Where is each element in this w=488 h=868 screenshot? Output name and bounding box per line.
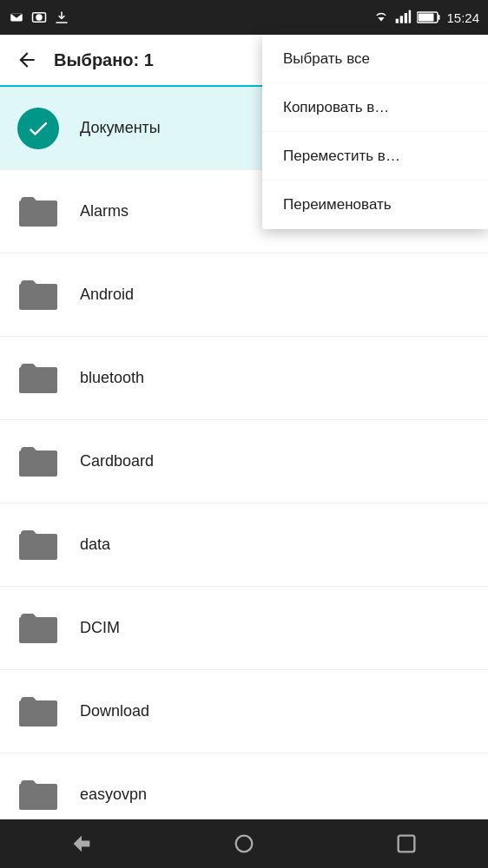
- list-item[interactable]: bluetooth: [0, 337, 488, 420]
- back-nav-button[interactable]: [60, 822, 103, 865]
- file-name: Alarms: [80, 202, 129, 220]
- menu-item-select-all[interactable]: Выбрать все: [262, 35, 488, 83]
- notification-icon: [9, 10, 24, 25]
- svg-marker-4: [379, 17, 386, 22]
- folder-icon: [17, 610, 59, 647]
- list-item[interactable]: DCIM: [0, 587, 488, 670]
- context-menu: Выбрать все Копировать в… Переместить в……: [262, 35, 488, 229]
- menu-item-rename[interactable]: Переименовать: [262, 181, 488, 229]
- file-name: bluetooth: [80, 369, 144, 387]
- status-bar: 15:24: [0, 0, 488, 35]
- folder-icon: [17, 194, 59, 230]
- list-item[interactable]: Android: [0, 253, 488, 337]
- folder-icon: [17, 360, 59, 397]
- menu-item-move-to[interactable]: Переместить в…: [262, 132, 488, 181]
- folder-icon-wrap: [14, 521, 63, 569]
- svg-marker-12: [73, 836, 89, 852]
- svg-rect-14: [399, 836, 415, 852]
- file-name: Документы: [80, 119, 161, 137]
- status-bar-left: [9, 10, 69, 25]
- svg-rect-11: [419, 14, 434, 22]
- download-notify-icon: [54, 10, 69, 25]
- file-name: DCIM: [80, 619, 120, 637]
- wifi-icon: [373, 10, 389, 25]
- file-name: easyovpn: [80, 786, 147, 804]
- check-circle: [17, 108, 59, 149]
- svg-rect-6: [400, 16, 403, 23]
- svg-rect-10: [439, 15, 440, 20]
- svg-point-2: [36, 14, 43, 21]
- folder-icon: [17, 694, 59, 730]
- svg-rect-8: [409, 10, 412, 23]
- svg-rect-7: [405, 13, 407, 23]
- file-name: Cardboard: [80, 452, 154, 470]
- status-bar-right: 15:24: [373, 9, 479, 26]
- photo-icon: [31, 10, 47, 25]
- svg-point-13: [236, 836, 253, 852]
- check-icon-wrap: [14, 104, 63, 153]
- folder-icon-wrap: [14, 271, 63, 319]
- file-name: data: [80, 536, 110, 554]
- status-time: 15:24: [446, 10, 479, 25]
- folder-icon: [17, 444, 59, 480]
- folder-icon: [17, 277, 59, 313]
- back-button[interactable]: [14, 47, 40, 73]
- list-item[interactable]: easyovpn: [0, 753, 488, 819]
- battery-icon: [417, 10, 441, 24]
- folder-icon-wrap: [14, 187, 63, 236]
- recent-nav-button[interactable]: [385, 822, 428, 865]
- list-item[interactable]: Download: [0, 670, 488, 753]
- folder-icon-wrap: [14, 604, 63, 653]
- list-item[interactable]: data: [0, 503, 488, 587]
- folder-icon-wrap: [14, 771, 63, 819]
- toolbar-title: Выбрано: 1: [54, 50, 154, 70]
- file-name: Download: [80, 702, 149, 720]
- svg-rect-5: [396, 19, 399, 23]
- list-item[interactable]: Cardboard: [0, 420, 488, 503]
- folder-icon-wrap: [14, 687, 63, 736]
- menu-item-copy-to[interactable]: Копировать в…: [262, 83, 488, 132]
- folder-icon-wrap: [14, 437, 63, 486]
- nav-bar: [0, 819, 488, 868]
- signal-icon: [394, 9, 412, 26]
- folder-icon: [17, 777, 59, 813]
- home-nav-button[interactable]: [222, 822, 266, 865]
- folder-icon: [17, 527, 59, 563]
- folder-icon-wrap: [14, 354, 63, 403]
- file-name: Android: [80, 286, 134, 304]
